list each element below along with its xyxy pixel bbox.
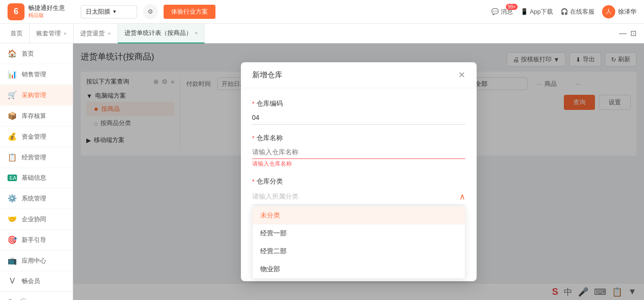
sidebar-item-enterprise[interactable]: 🤝 企业协同 bbox=[0, 209, 73, 230]
member-icon: V bbox=[8, 277, 17, 285]
online-service-button[interactable]: 🎧 在线客服 bbox=[561, 8, 594, 16]
content-area: 进货单统计(按商品) 🖨 按模板打印 ▼ ⬇ 导出 ↻ bbox=[73, 43, 644, 300]
category-options: 未分类 经营一部 经营二部 物业部 bbox=[252, 206, 465, 279]
sidebar-label-inventory: 库存核算 bbox=[22, 112, 46, 120]
required-mark2: * bbox=[252, 134, 255, 142]
sidebar-label-system: 系统管理 bbox=[22, 194, 46, 203]
sidebar-item-sales[interactable]: 📊 销售管理 bbox=[0, 64, 73, 85]
tab-bar: 首页 账套管理 × 进货退货 × 进货单统计表（按商品） × — ⊡ bbox=[0, 24, 644, 43]
finance-icon: 💰 bbox=[8, 132, 17, 141]
sidebar-item-inventory[interactable]: 📦 库存核算 bbox=[0, 106, 73, 126]
new-warehouse-modal: 新增仓库 ✕ * 仓库编码 bbox=[241, 62, 477, 281]
tab-purchase-stat[interactable]: 进货单统计表（按商品） × bbox=[118, 24, 205, 43]
home-icon: 🏠 bbox=[8, 49, 17, 58]
operation-icon: 📋 bbox=[8, 153, 17, 162]
sidebar-label-newbie: 新手引导 bbox=[22, 236, 46, 244]
sidebar-item-home[interactable]: 🏠 首页 bbox=[0, 43, 73, 64]
sidebar-label-apps: 应用中心 bbox=[22, 257, 46, 265]
trial-button[interactable]: 体验行业方案 bbox=[164, 5, 215, 19]
mobile-icon: 📱 bbox=[520, 8, 528, 15]
sidebar-label-enterprise: 企业协同 bbox=[22, 215, 46, 224]
modal-close-button[interactable]: ✕ bbox=[458, 70, 465, 80]
enterprise-icon: 🤝 bbox=[8, 215, 17, 224]
avatar: 人 bbox=[602, 5, 615, 18]
sidebar-label-member: 畅会员 bbox=[22, 277, 40, 285]
header-right: 💬 消息 99+ 📱 App下载 🎧 在线客服 人 徐泽华 bbox=[491, 5, 636, 18]
message-icon: 💬 bbox=[491, 8, 499, 15]
notification-button[interactable]: 💬 消息 99+ bbox=[491, 8, 513, 16]
option-uncategorized[interactable]: 未分类 bbox=[253, 207, 465, 225]
option-dept1[interactable]: 经营一部 bbox=[253, 225, 465, 242]
system-icon: ⚙️ bbox=[8, 194, 17, 203]
tab-purchase-stat-label: 进货单统计表（按商品） bbox=[124, 29, 192, 37]
inventory-icon: 📦 bbox=[8, 111, 17, 120]
tab-account[interactable]: 账套管理 × bbox=[30, 24, 74, 43]
logo-text-area: 畅捷通好生意 精品版 bbox=[28, 4, 65, 19]
sidebar: 🏠 首页 📊 销售管理 🛒 采购管理 📦 库存核算 💰 资金管理 📋 经营管理 … bbox=[0, 43, 73, 300]
warehouse-category-field: * 仓库分类 请输入所属分类 ∧ 未分类 经营一部 bbox=[252, 177, 465, 205]
sidebar-label-purchase: 采购管理 bbox=[22, 91, 46, 100]
gear-button[interactable]: ⚙ bbox=[143, 4, 158, 19]
sidebar-label-sales: 销售管理 bbox=[22, 70, 46, 79]
warehouse-name-field: * 仓库名称 请输入仓库名称 bbox=[252, 134, 465, 168]
tab-purchase-return-close[interactable]: × bbox=[107, 31, 110, 36]
option-property[interactable]: 物业部 bbox=[253, 260, 465, 278]
chevron-down-icon: ▼ bbox=[112, 9, 117, 14]
store-selector[interactable]: 日太阳膜 ▼ bbox=[81, 5, 137, 18]
headset-icon: 🎧 bbox=[561, 8, 568, 15]
warehouse-name-input[interactable] bbox=[252, 145, 465, 159]
modal-body: * 仓库编码 * 仓库名称 请输入仓库名称 bbox=[241, 88, 477, 240]
main-layout: 🏠 首页 📊 销售管理 🛒 采购管理 📦 库存核算 💰 资金管理 📋 经营管理 … bbox=[0, 43, 644, 300]
tab-home[interactable]: 首页 bbox=[4, 24, 30, 43]
category-dropdown[interactable]: 请输入所属分类 ∧ bbox=[252, 189, 465, 205]
chevron-up-icon: ∧ bbox=[459, 192, 465, 202]
basic-icon: EA bbox=[8, 175, 17, 181]
category-placeholder: 请输入所属分类 bbox=[252, 192, 298, 201]
modal-title: 新增仓库 bbox=[252, 70, 282, 80]
username: 徐泽华 bbox=[618, 8, 636, 16]
sidebar-item-system[interactable]: ⚙️ 系统管理 bbox=[0, 188, 73, 209]
sidebar-item-member[interactable]: V 畅会员 bbox=[0, 271, 73, 292]
warehouse-code-field: * 仓库编码 bbox=[252, 100, 465, 125]
modal-overlay: 新增仓库 ✕ * 仓库编码 bbox=[73, 43, 644, 300]
apps-icon: 📺 bbox=[8, 256, 17, 265]
sales-icon: 📊 bbox=[8, 70, 17, 79]
sidebar-label-home: 首页 bbox=[22, 50, 34, 58]
sidebar-label-finance: 资金管理 bbox=[22, 133, 46, 141]
modal-header: 新增仓库 ✕ bbox=[241, 62, 477, 88]
logo-icon: 6 bbox=[8, 3, 25, 20]
maximize-icon[interactable]: ⊡ bbox=[630, 29, 636, 38]
name-error-msg: 请输入仓库名称 bbox=[252, 160, 465, 168]
option-dept2[interactable]: 经营二部 bbox=[253, 242, 465, 260]
sidebar-item-newbie[interactable]: 🎯 新手引导 bbox=[0, 230, 73, 250]
sidebar-label-operation: 经营管理 bbox=[22, 153, 46, 162]
warehouse-code-input[interactable] bbox=[252, 111, 465, 125]
logo-area: 6 畅捷通好生意 精品版 bbox=[8, 3, 81, 20]
top-header: 6 畅捷通好生意 精品版 日太阳膜 ▼ ⚙ 体验行业方案 💬 消息 99+ 📱 … bbox=[0, 0, 644, 24]
tab-purchase-return[interactable]: 进货退货 × bbox=[74, 24, 117, 43]
content-inner: 进货单统计(按商品) 🖨 按模板打印 ▼ ⬇ 导出 ↻ bbox=[73, 43, 644, 300]
notif-badge: 99+ bbox=[506, 4, 518, 10]
settings-bottom-icon[interactable]: ⚙ bbox=[8, 298, 13, 300]
tab-actions: — ⊡ bbox=[619, 29, 640, 38]
tab-purchase-stat-close[interactable]: × bbox=[195, 30, 198, 36]
category-dropdown-wrapper: 请输入所属分类 ∧ 未分类 经营一部 经营二部 物业部 bbox=[252, 189, 465, 205]
user-area[interactable]: 人 徐泽华 bbox=[602, 5, 636, 18]
tab-purchase-return-label: 进货退货 bbox=[80, 29, 105, 38]
tab-account-close[interactable]: × bbox=[64, 31, 66, 36]
sidebar-item-operation[interactable]: 📋 经营管理 bbox=[0, 147, 73, 168]
sidebar-item-apps[interactable]: 📺 应用中心 bbox=[0, 250, 73, 271]
tab-account-label: 账套管理 bbox=[36, 29, 61, 38]
sidebar-item-finance[interactable]: 💰 资金管理 bbox=[0, 126, 73, 147]
purchase-icon: 🛒 bbox=[8, 91, 17, 100]
sidebar-item-basic[interactable]: EA 基础信息 bbox=[0, 168, 73, 188]
sidebar-label-basic: 基础信息 bbox=[22, 174, 46, 182]
code-label: * 仓库编码 bbox=[252, 100, 465, 108]
newbie-icon: 🎯 bbox=[8, 235, 17, 244]
app-download-button[interactable]: 📱 App下载 bbox=[520, 8, 553, 16]
volume-icon[interactable]: 🔊 bbox=[19, 298, 26, 300]
sidebar-item-purchase[interactable]: 🛒 采购管理 bbox=[0, 85, 73, 106]
store-name: 日太阳膜 bbox=[86, 8, 110, 16]
required-mark: * bbox=[252, 100, 255, 108]
minimize-icon[interactable]: — bbox=[619, 29, 627, 38]
